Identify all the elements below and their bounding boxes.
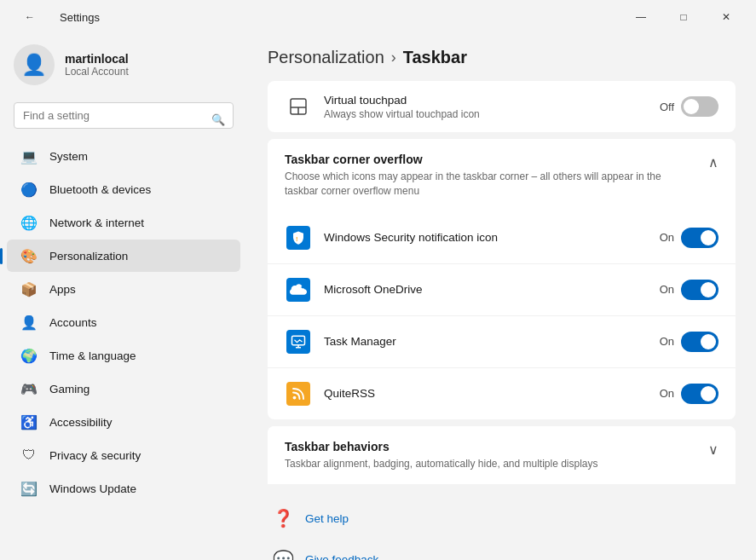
sidebar-item-label: Bluetooth & devices xyxy=(49,183,151,196)
sidebar-item-privacy[interactable]: 🛡 Privacy & security xyxy=(7,439,240,471)
nav-list: 💻 System 🔵 Bluetooth & devices 🌐 Network… xyxy=(0,139,247,505)
accessibility-icon: ♿ xyxy=(20,413,38,430)
touchpad-desc: Always show virtual touchpad icon xyxy=(324,108,660,120)
give-feedback-icon: 💬 xyxy=(271,547,295,560)
update-icon: 🔄 xyxy=(20,480,38,497)
sidebar-item-personalization[interactable]: 🎨 Personalization xyxy=(7,240,240,272)
avatar: 👤 xyxy=(14,44,55,85)
window-controls: — □ ✕ xyxy=(621,3,746,31)
od-control: On xyxy=(660,280,718,300)
bluetooth-icon: 🔵 xyxy=(20,181,38,198)
help-section: ❓ Get help 💬 Give feedback xyxy=(268,491,736,560)
back-button[interactable]: ← xyxy=(10,3,49,31)
sidebar-item-bluetooth[interactable]: 🔵 Bluetooth & devices xyxy=(7,173,240,205)
ws-label: Windows Security notification icon xyxy=(324,231,660,244)
user-profile[interactable]: 👤 martinlocal Local Account xyxy=(0,34,247,99)
breadcrumb-current: Taskbar xyxy=(403,48,467,67)
taskbar-behaviors-card: Taskbar behaviors Taskbar alignment, bad… xyxy=(268,426,736,485)
sidebar-item-update[interactable]: 🔄 Windows Update xyxy=(7,472,240,505)
search-container: 🔍 xyxy=(0,99,247,139)
rss-toggle[interactable] xyxy=(681,384,718,404)
sidebar: 👤 martinlocal Local Account 🔍 💻 System 🔵… xyxy=(0,34,247,560)
app-title: Settings xyxy=(60,11,100,24)
touchpad-text: Virtual touchpad Always show virtual tou… xyxy=(324,94,660,120)
touchpad-toggle[interactable] xyxy=(681,96,718,117)
sidebar-item-label: Privacy & security xyxy=(49,449,141,462)
network-icon: 🌐 xyxy=(20,214,38,231)
od-toggle[interactable] xyxy=(681,280,718,300)
ws-icon-wrap: ! xyxy=(285,224,312,251)
title-bar-left: ← Settings xyxy=(10,3,100,31)
sidebar-item-label: Windows Update xyxy=(49,482,136,495)
virtual-touchpad-card: Virtual touchpad Always show virtual tou… xyxy=(268,81,736,132)
get-help-link[interactable]: ❓ Get help xyxy=(268,498,736,539)
app-body: 👤 martinlocal Local Account 🔍 💻 System 🔵… xyxy=(0,34,756,560)
od-state-label: On xyxy=(660,283,674,296)
sidebar-item-system[interactable]: 💻 System xyxy=(7,140,240,172)
touchpad-icon-wrap xyxy=(285,93,312,120)
ws-toggle[interactable] xyxy=(681,228,718,248)
tm-text: Task Manager xyxy=(324,335,660,348)
rss-icon-wrap xyxy=(285,380,312,407)
sidebar-item-time[interactable]: 🌍 Time & language xyxy=(7,339,240,372)
user-type: Local Account xyxy=(65,66,129,78)
system-icon: 💻 xyxy=(20,147,38,165)
od-text: Microsoft OneDrive xyxy=(324,283,660,296)
rss-text: QuiteRSS xyxy=(324,387,660,400)
windows-security-app-icon: ! xyxy=(286,226,310,250)
sidebar-item-accounts[interactable]: 👤 Accounts xyxy=(7,306,240,338)
section-title: Taskbar corner overflow xyxy=(285,153,694,166)
breadcrumb-parent[interactable]: Personalization xyxy=(268,48,384,67)
taskbar-behaviors-header[interactable]: Taskbar behaviors Taskbar alignment, bad… xyxy=(268,426,736,485)
tm-control: On xyxy=(660,332,718,352)
svg-text:!: ! xyxy=(296,234,298,242)
section-desc: Choose which icons may appear in the tas… xyxy=(285,170,694,199)
search-icon: 🔍 xyxy=(211,113,225,125)
onedrive-app-icon xyxy=(286,278,310,302)
tm-state-label: On xyxy=(660,335,674,348)
minimize-button[interactable]: — xyxy=(621,3,661,31)
sidebar-item-apps[interactable]: 📦 Apps xyxy=(7,273,240,305)
section-header-text: Taskbar corner overflow Choose which ico… xyxy=(285,153,694,199)
rss-label: QuiteRSS xyxy=(324,387,660,400)
sidebar-item-accessibility[interactable]: ♿ Accessibility xyxy=(7,406,240,438)
touchpad-control: Off xyxy=(660,96,718,117)
behaviors-title: Taskbar behaviors xyxy=(285,440,598,453)
tm-icon-wrap xyxy=(285,328,312,355)
maximize-button[interactable]: □ xyxy=(664,3,703,31)
accounts-icon: 👤 xyxy=(20,314,38,331)
touchpad-state-label: Off xyxy=(660,101,674,113)
tm-toggle[interactable] xyxy=(681,332,718,352)
search-input[interactable] xyxy=(14,102,234,129)
sidebar-item-label: Accounts xyxy=(49,316,97,329)
close-button[interactable]: ✕ xyxy=(707,3,746,31)
personalization-icon: 🎨 xyxy=(20,247,38,264)
get-help-label: Get help xyxy=(305,512,349,525)
sidebar-item-label: Network & internet xyxy=(49,216,144,229)
sidebar-item-label: Gaming xyxy=(49,383,89,395)
svg-point-7 xyxy=(293,395,297,399)
quiterss-app-icon xyxy=(286,382,310,406)
tm-label: Task Manager xyxy=(324,335,660,348)
ws-state-label: On xyxy=(660,231,674,244)
chevron-up-icon: ∧ xyxy=(708,154,718,170)
touchpad-label: Virtual touchpad xyxy=(324,94,660,107)
give-feedback-link[interactable]: 💬 Give feedback xyxy=(268,539,736,560)
sidebar-item-label: Personalization xyxy=(49,250,128,263)
task-manager-app-icon xyxy=(286,330,310,354)
chevron-down-icon: ∨ xyxy=(708,442,718,458)
taskbar-corner-header[interactable]: Taskbar corner overflow Choose which ico… xyxy=(268,139,736,212)
sidebar-item-label: System xyxy=(49,150,88,163)
time-icon: 🌍 xyxy=(20,347,38,364)
od-icon-wrap xyxy=(285,276,312,303)
get-help-icon: ❓ xyxy=(271,506,295,530)
task-manager-row: Task Manager On xyxy=(268,316,736,368)
sidebar-item-network[interactable]: 🌐 Network & internet xyxy=(7,206,240,239)
windows-security-row: ! Windows Security notification icon On xyxy=(268,212,736,264)
section-header-row: Taskbar corner overflow Choose which ico… xyxy=(285,153,718,199)
sidebar-item-gaming[interactable]: 🎮 Gaming xyxy=(7,372,240,405)
od-label: Microsoft OneDrive xyxy=(324,283,660,296)
user-info: martinlocal Local Account xyxy=(65,52,129,78)
ws-control: On xyxy=(660,228,718,248)
privacy-icon: 🛡 xyxy=(20,447,38,464)
